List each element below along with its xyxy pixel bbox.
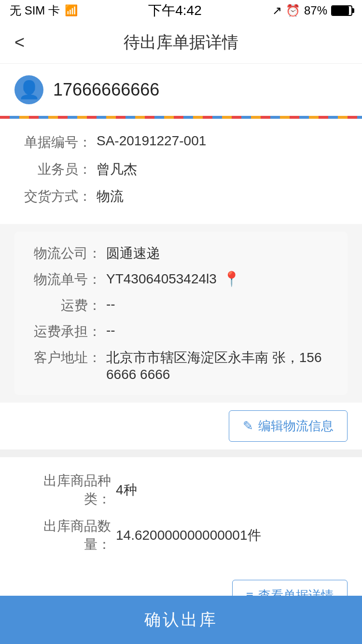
customer-phone: 17666666666 xyxy=(53,80,159,100)
confirm-bar[interactable]: 确认出库 xyxy=(0,596,362,644)
section-separator xyxy=(0,449,362,457)
order-info-section: 单据编号： SA-20191227-001 业务员： 曾凡杰 交货方式： 物流 xyxy=(0,119,362,224)
confirm-button-label: 确认出库 xyxy=(144,609,218,631)
avatar-icon: 👤 xyxy=(18,80,40,100)
document-number-label: 单据编号： xyxy=(19,133,97,152)
battery-percent: 87% xyxy=(304,4,327,17)
freight-bearer-label: 运费承担： xyxy=(29,322,106,341)
carrier-text: 无 SIM 卡 xyxy=(10,3,60,18)
salesman-value: 曾凡杰 xyxy=(97,160,343,179)
edit-icon: ✎ xyxy=(243,419,253,434)
goods-quantity-row: 出库商品数量： 14.620000000000001件 xyxy=(19,517,343,554)
location-icon: ↗ xyxy=(272,4,282,17)
salesman-row: 业务员： 曾凡杰 xyxy=(19,160,343,179)
logistics-company-value: 圆通速递 xyxy=(106,244,333,263)
goods-types-label: 出库商品种类： xyxy=(19,472,116,508)
logistics-card: 物流公司： 圆通速递 物流单号： YT43064053424l3 📍 运费： -… xyxy=(14,232,348,395)
edit-logistics-section: ✎ 编辑物流信息 xyxy=(0,403,362,449)
alarm-icon: ⏰ xyxy=(286,4,300,17)
edit-logistics-button[interactable]: ✎ 编辑物流信息 xyxy=(229,410,348,442)
freight-row: 运费： -- xyxy=(29,296,333,315)
edit-logistics-label: 编辑物流信息 xyxy=(258,418,334,434)
delivery-method-row: 交货方式： 物流 xyxy=(19,187,343,206)
freight-label: 运费： xyxy=(29,296,106,315)
salesman-label: 业务员： xyxy=(19,160,97,179)
address-row: 客户地址： 北京市市辖区海淀区永丰南 张，156 6666 6666 xyxy=(29,349,333,382)
logistics-company-row: 物流公司： 圆通速递 xyxy=(29,244,333,263)
goods-types-value: 4种 xyxy=(116,481,137,499)
battery-icon xyxy=(331,5,352,16)
status-bar: 无 SIM 卡 📶 下午4:42 ↗ ⏰ 87% xyxy=(0,0,362,21)
tracking-number-row: 物流单号： YT43064053424l3 📍 xyxy=(29,270,333,289)
nav-bar: < 待出库单据详情 xyxy=(0,21,362,64)
back-button[interactable]: < xyxy=(14,32,25,53)
avatar: 👤 xyxy=(14,75,43,104)
page-title: 待出库单据详情 xyxy=(124,31,238,54)
customer-header: 👤 17666666666 xyxy=(0,64,362,116)
map-pin-icon[interactable]: 📍 xyxy=(223,270,240,287)
logistics-company-label: 物流公司： xyxy=(29,244,106,263)
wifi-icon: 📶 xyxy=(65,4,78,17)
goods-types-row: 出库商品种类： 4种 xyxy=(19,472,343,508)
document-number-value: SA-20191227-001 xyxy=(97,133,343,149)
goods-section: 出库商品种类： 4种 出库商品数量： 14.620000000000001件 xyxy=(0,457,362,572)
tracking-number-value: YT43064053424l3 📍 xyxy=(106,270,333,287)
status-left: 无 SIM 卡 📶 xyxy=(10,3,78,18)
delivery-method-label: 交货方式： xyxy=(19,187,97,206)
status-right: ↗ ⏰ 87% xyxy=(272,4,352,17)
address-value: 北京市市辖区海淀区永丰南 张，156 6666 6666 xyxy=(106,349,333,382)
freight-bearer-value: -- xyxy=(106,322,333,338)
status-time: 下午4:42 xyxy=(148,1,202,20)
tracking-number-text: YT43064053424l3 xyxy=(106,271,217,287)
goods-quantity-value: 14.620000000000001件 xyxy=(116,526,261,545)
address-label: 客户地址： xyxy=(29,349,106,367)
document-number-row: 单据编号： SA-20191227-001 xyxy=(19,133,343,152)
freight-value: -- xyxy=(106,296,333,312)
goods-quantity-label: 出库商品数量： xyxy=(19,517,116,554)
tracking-number-label: 物流单号： xyxy=(29,270,106,289)
freight-bearer-row: 运费承担： -- xyxy=(29,322,333,341)
delivery-method-value: 物流 xyxy=(97,187,343,206)
